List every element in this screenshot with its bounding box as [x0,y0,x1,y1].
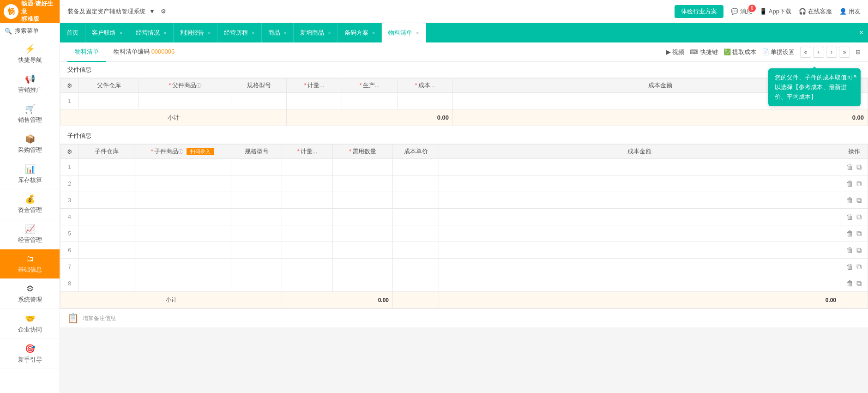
child-cell-amount-8[interactable] [439,275,840,292]
child-cell-amount-1[interactable] [439,159,840,175]
child-cell-unit-cost-6[interactable] [393,242,439,259]
add-note-link[interactable]: 增加备注信息 [83,314,116,322]
child-cell-amount-2[interactable] [439,175,840,192]
parent-cell-goods-1[interactable] [139,93,231,109]
child-cell-warehouse-7[interactable] [79,259,134,275]
child-cell-unit-6[interactable] [282,242,333,259]
sidebar-item-xinshou[interactable]: 🎯 新手引导 [0,339,60,369]
child-cell-spec-2[interactable] [231,175,282,192]
tab-barcode-close[interactable]: × [372,30,375,36]
parent-col-settings[interactable]: ⚙ [60,79,79,93]
child-cell-qty-4[interactable] [333,209,393,225]
child-cell-spec-8[interactable] [231,275,282,292]
tab-customer-close[interactable]: × [120,30,122,36]
child-cell-unit-3[interactable] [282,192,333,209]
child-cell-unit-5[interactable] [282,225,333,242]
copy-btn-3[interactable]: ⧉ [856,196,862,205]
child-cell-goods-6[interactable] [134,242,231,259]
tab-bom[interactable]: 物料清单 × [382,23,426,42]
tab-history[interactable]: 经营历程 × [217,23,261,42]
child-cell-spec-1[interactable] [231,159,282,175]
single-settings-link[interactable]: 📄 单据设置 [762,48,795,56]
parent-cell-warehouse-1[interactable] [79,93,139,109]
copy-btn-1[interactable]: ⧉ [856,163,862,171]
grid-view-btn[interactable]: ⊞ [856,48,861,55]
child-cell-spec-3[interactable] [231,192,282,209]
delete-btn-2[interactable]: 🗑 [846,180,854,188]
delete-btn-1[interactable]: 🗑 [846,163,854,171]
child-cell-unit-cost-8[interactable] [393,275,439,292]
sidebar-item-caigou[interactable]: 📦 采购管理 [0,129,60,159]
shortcut-link[interactable]: ⌨ 快捷键 [690,48,718,56]
delete-btn-8[interactable]: 🗑 [846,279,854,288]
child-cell-unit-8[interactable] [282,275,333,292]
delete-btn-3[interactable]: 🗑 [846,196,854,205]
sidebar-item-kucun[interactable]: 📊 库存核算 [0,159,60,189]
child-cell-qty-1[interactable] [333,159,393,175]
sidebar-item-xiaoshou[interactable]: 🛒 销售管理 [0,99,60,129]
sidebar-item-yingxiao[interactable]: 📢 营销推广 [0,69,60,99]
child-cell-goods-5[interactable] [134,225,231,242]
tab-jingying-close[interactable]: × [163,30,166,36]
nav-close-all-btn[interactable]: × [855,23,868,42]
child-cell-qty-5[interactable] [333,225,393,242]
child-cell-goods-2[interactable] [134,175,231,192]
parent-cell-produce-1[interactable] [342,93,398,109]
online-service-btn[interactable]: 🎧 在线客服 [799,7,832,16]
child-cell-spec-7[interactable] [231,259,282,275]
child-cell-spec-5[interactable] [231,225,282,242]
child-cell-warehouse-4[interactable] [79,209,134,225]
child-cell-goods-4[interactable] [134,209,231,225]
child-cell-unit-cost-4[interactable] [393,209,439,225]
prev-first-btn[interactable]: « [800,47,811,58]
child-cell-amount-5[interactable] [439,225,840,242]
child-col-settings[interactable]: ⚙ [60,145,79,159]
sidebar-item-jingying[interactable]: 📈 经营管理 [0,219,60,249]
child-cell-goods-7[interactable] [134,259,231,275]
tab-bom-close[interactable]: × [416,30,419,36]
child-cell-qty-3[interactable] [333,192,393,209]
tab-barcode[interactable]: 条码方案 × [338,23,382,42]
search-menu[interactable]: 🔍 搜索菜单 [0,23,60,39]
app-download-btn[interactable]: 📱 App下载 [760,7,791,16]
delete-btn-5[interactable]: 🗑 [846,230,854,238]
parent-cell-cost-1[interactable] [398,93,453,109]
tab-profit-close[interactable]: × [208,30,211,36]
child-cell-warehouse-3[interactable] [79,192,134,209]
delete-btn-6[interactable]: 🗑 [846,246,854,254]
child-cell-unit-cost-1[interactable] [393,159,439,175]
sidebar-item-jichu[interactable]: 🗂 基础信息 [0,249,60,279]
settings-icon[interactable]: ⚙ [161,8,166,15]
sidebar-item-qiye[interactable]: 🤝 企业协同 [0,309,60,339]
sidebar-item-zijin[interactable]: 💰 资金管理 [0,189,60,219]
experience-btn[interactable]: 体验行业方案 [675,5,723,18]
copy-btn-6[interactable]: ⧉ [856,246,862,254]
prev-btn[interactable]: ‹ [813,47,824,58]
tab-history-close[interactable]: × [252,30,254,36]
sub-tab-bom-code[interactable]: 物料清单编码 0000005 [106,42,182,62]
copy-btn-2[interactable]: ⧉ [856,180,862,188]
tab-customer[interactable]: 客户联络 × [85,23,129,42]
copy-btn-5[interactable]: ⧉ [856,230,862,238]
copy-btn-8[interactable]: ⧉ [856,279,862,288]
tab-profit[interactable]: 利润报告 × [174,23,217,42]
child-cell-unit-7[interactable] [282,259,333,275]
sidebar-item-kuaijie[interactable]: ⚡ 快捷导航 [0,39,60,69]
extract-cost-link[interactable]: 💹 提取成本 [723,48,756,56]
sidebar-item-xitong[interactable]: ⚙ 系统管理 [0,279,60,309]
child-cell-qty-8[interactable] [333,275,393,292]
sub-tab-bom[interactable]: 物料清单 [67,42,106,62]
delete-btn-7[interactable]: 🗑 [846,263,854,271]
child-cell-unit-cost-7[interactable] [393,259,439,275]
child-cell-unit-cost-2[interactable] [393,175,439,192]
parent-cell-unit-1[interactable] [287,93,342,109]
child-cell-goods-8[interactable] [134,275,231,292]
tab-new-goods[interactable]: 新增商品 × [294,23,338,42]
child-cell-unit-1[interactable] [282,159,333,175]
tooltip-close-btn[interactable]: × [853,71,857,81]
child-cell-unit-4[interactable] [282,209,333,225]
child-cell-unit-2[interactable] [282,175,333,192]
child-cell-spec-6[interactable] [231,242,282,259]
child-cell-warehouse-1[interactable] [79,159,134,175]
tab-goods[interactable]: 商品 × [262,23,294,42]
